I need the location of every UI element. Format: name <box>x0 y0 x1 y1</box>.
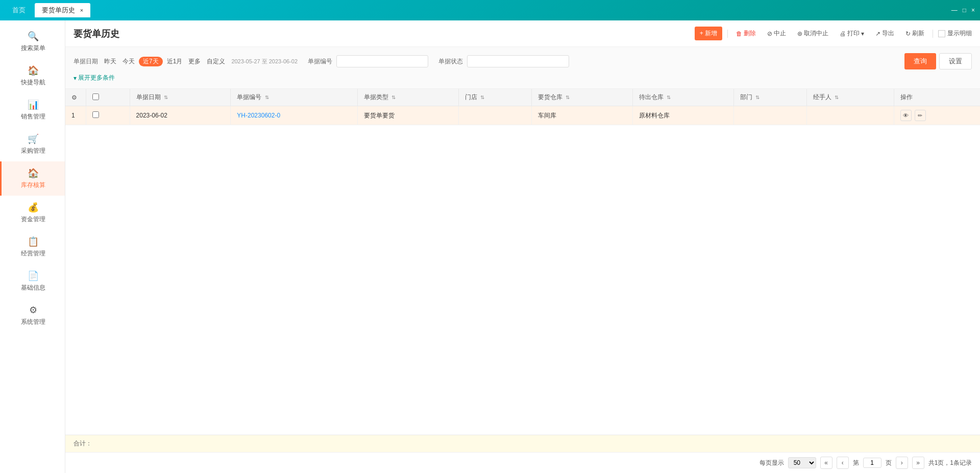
row-select-checkbox[interactable] <box>92 111 99 118</box>
export-icon: ↗ <box>875 30 880 37</box>
sidebar-item-search-menu[interactable]: 🔍 搜索菜单 <box>0 25 65 59</box>
page-size-select[interactable]: 50 20 100 <box>788 457 816 468</box>
page-header: 要货单历史 + 新增 🗑 删除 ⊘ 中止 ⊛ 取消中止 🖨 打 <box>65 20 980 47</box>
sidebar-item-system[interactable]: ⚙ 系统管理 <box>0 298 65 333</box>
page-size-label: 每页显示 <box>760 459 784 467</box>
sidebar-item-quick-nav[interactable]: 🏠 快捷导航 <box>0 59 65 93</box>
search-buttons: 查询 设置 <box>904 53 972 69</box>
col-doctype-label: 单据类型 <box>364 93 388 101</box>
col-handler-sort-icon: ⇅ <box>835 94 839 100</box>
date-btn-custom[interactable]: 自定义 <box>205 57 227 66</box>
delete-icon: 🗑 <box>736 30 742 37</box>
status-select-wrap <box>467 55 569 67</box>
table-header-row: ⚙ 单据日期 ⇅ 单据编号 ⇅ 单据类型 <box>65 89 980 106</box>
page-suffix: 页 <box>886 459 892 467</box>
col-settings[interactable]: ⚙ <box>65 89 86 106</box>
cancel-stop-button[interactable]: ⊛ 取消中止 <box>794 27 831 40</box>
prev-page-button[interactable]: ‹ <box>837 457 849 469</box>
col-date-label: 单据日期 <box>136 93 161 101</box>
sidebar-item-inventory[interactable]: 🏠 库存核算 <box>0 161 65 196</box>
date-label: 单据日期 <box>74 57 98 66</box>
col-req-warehouse-header[interactable]: 要货仓库 ⇅ <box>532 89 633 106</box>
system-icon: ⚙ <box>29 304 37 316</box>
quick-nav-icon: 🏠 <box>28 65 39 76</box>
date-btn-more[interactable]: 更多 <box>186 57 203 66</box>
table-container: ⚙ 单据日期 ⇅ 单据编号 ⇅ 单据类型 <box>65 89 980 435</box>
tab-home[interactable]: 首页 <box>5 3 33 17</box>
date-btn-today[interactable]: 今天 <box>120 57 137 66</box>
col-handler-header[interactable]: 经手人 ⇅ <box>807 89 894 106</box>
col-date-header[interactable]: 单据日期 ⇅ <box>130 89 231 106</box>
window-controls: — □ × <box>951 7 975 14</box>
col-doctype-sort-icon: ⇅ <box>391 94 396 100</box>
refresh-button[interactable]: ↻ 刷新 <box>902 27 927 40</box>
maximize-icon[interactable]: □ <box>963 7 966 14</box>
col-doctype-header[interactable]: 单据类型 ⇅ <box>357 89 458 106</box>
date-filter: 单据日期 昨天 今天 近7天 近1月 更多 自定义 2023-05-27 至 2… <box>74 57 298 66</box>
basic-info-icon: 📄 <box>28 270 39 281</box>
total-label: 合计： <box>74 439 104 448</box>
expand-more[interactable]: ▾ 展开更多条件 <box>74 74 972 82</box>
col-dept-header[interactable]: 部门 ⇅ <box>733 89 806 106</box>
col-req-warehouse-sort-icon: ⇅ <box>566 94 570 100</box>
row-dept <box>733 106 806 125</box>
col-pending-warehouse-header[interactable]: 待出仓库 ⇅ <box>632 89 733 106</box>
col-operation-header: 操作 <box>894 89 980 106</box>
print-dropdown-icon: ▾ <box>861 30 864 37</box>
filter-area: 单据日期 昨天 今天 近7天 近1月 更多 自定义 2023-05-27 至 2… <box>65 47 980 89</box>
close-tab-icon[interactable]: × <box>80 7 83 13</box>
cancel-stop-icon: ⊛ <box>797 30 802 37</box>
next-page-button[interactable]: › <box>896 457 908 469</box>
page-title: 要货单历史 <box>74 28 119 40</box>
op-view-icon[interactable]: 👁 <box>900 110 912 121</box>
sidebar-item-basic-info[interactable]: 📄 基础信息 <box>0 264 65 298</box>
col-date-sort-icon: ⇅ <box>164 94 168 100</box>
sidebar-item-sales[interactable]: 📊 销售管理 <box>0 93 65 127</box>
row-index: 1 <box>65 106 86 125</box>
col-docno-header[interactable]: 单据编号 ⇅ <box>231 89 358 106</box>
status-filter: 单据状态 <box>438 55 569 67</box>
row-doc-no-link[interactable]: YH-20230602-0 <box>237 112 280 119</box>
new-button[interactable]: + 新增 <box>695 27 722 40</box>
refresh-icon: ↻ <box>905 30 911 37</box>
col-store-header[interactable]: 门店 ⇅ <box>458 89 531 106</box>
minimize-icon[interactable]: — <box>951 7 958 14</box>
settings-button[interactable]: 设置 <box>939 53 972 69</box>
print-button[interactable]: 🖨 打印 ▾ <box>837 27 867 40</box>
date-btn-7days[interactable]: 近7天 <box>139 57 163 66</box>
export-button[interactable]: ↗ 导出 <box>872 27 897 40</box>
sidebar-item-purchase[interactable]: 🛒 采购管理 <box>0 127 65 161</box>
last-page-button[interactable]: » <box>912 457 924 469</box>
col-docno-sort-icon: ⇅ <box>265 94 269 100</box>
main-layout: 🔍 搜索菜单 🏠 快捷导航 📊 销售管理 🛒 采购管理 🏠 库存核算 💰 资金管… <box>0 20 980 473</box>
pagination: 每页显示 50 20 100 « ‹ 第 页 › » 共1页，1条记录 <box>65 452 980 473</box>
tab-requisition-history[interactable]: 要货单历史 × <box>35 3 90 17</box>
op-edit-icon[interactable]: ✏ <box>915 110 926 121</box>
divider-1 <box>727 30 728 38</box>
stop-button[interactable]: ⊘ 中止 <box>764 27 789 40</box>
col-handler-label: 经手人 <box>813 93 831 101</box>
delete-button[interactable]: 🗑 删除 <box>733 27 759 40</box>
first-page-button[interactable]: « <box>820 457 832 469</box>
row-date: 2023-06-02 <box>130 106 231 125</box>
doc-no-input[interactable] <box>336 55 428 67</box>
sidebar-item-operations[interactable]: 📋 经营管理 <box>0 230 65 264</box>
search-button[interactable]: 查询 <box>904 53 936 69</box>
col-store-label: 门店 <box>465 93 477 101</box>
row-pending-warehouse: 原材料仓库 <box>632 106 733 125</box>
row-handler <box>807 106 894 125</box>
sidebar-item-finance[interactable]: 💰 资金管理 <box>0 196 65 230</box>
display-detail-checkbox[interactable]: 显示明细 <box>938 29 972 38</box>
status-select[interactable] <box>467 55 569 67</box>
status-label: 单据状态 <box>438 57 463 66</box>
header-actions: + 新增 🗑 删除 ⊘ 中止 ⊛ 取消中止 🖨 打印 ▾ <box>695 27 972 40</box>
date-btn-yesterday[interactable]: 昨天 <box>102 57 118 66</box>
doc-no-label: 单据编号 <box>308 57 332 66</box>
page-number-input[interactable] <box>863 458 881 468</box>
operations-icon: 📋 <box>28 236 39 247</box>
col-dept-sort-icon: ⇅ <box>755 94 760 100</box>
row-checkbox <box>86 106 130 125</box>
date-btn-1month[interactable]: 近1月 <box>165 57 185 66</box>
select-all-checkbox[interactable] <box>92 93 99 100</box>
window-close-icon[interactable]: × <box>971 7 975 14</box>
